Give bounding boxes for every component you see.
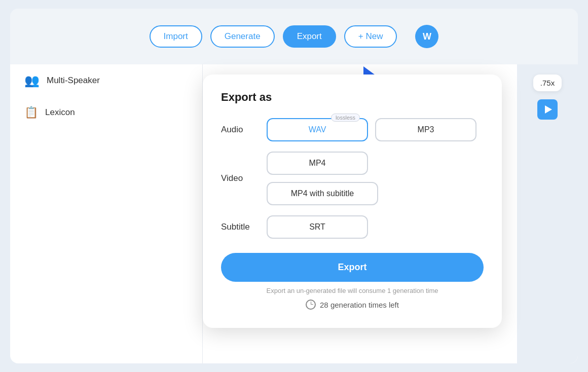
mp4-button[interactable]: MP4 [267, 152, 368, 175]
generation-left: 28 generation times left [221, 300, 484, 310]
play-button[interactable] [537, 99, 558, 120]
sidebar-item-label-lexicon: Lexicon [45, 107, 75, 118]
sidebar-item-label-multi-speaker: Multi-Speaker [47, 76, 100, 86]
sidebar: 👥 Multi-Speaker 📋 Lexicon [10, 64, 203, 363]
export-main-button[interactable]: Export [221, 253, 484, 282]
speed-badge: .75x [533, 75, 562, 91]
audio-label: Audio [221, 125, 267, 135]
lossless-badge: lossless [331, 114, 360, 122]
export-title: Export as [221, 91, 484, 104]
app-container: Import Generate Export + New W 👥 Multi-S… [10, 9, 578, 363]
new-button[interactable]: + New [344, 25, 397, 48]
right-panel: .75x [517, 64, 578, 363]
export-note: Export an un-generated file will consume… [221, 287, 484, 294]
wav-label: WAV [309, 125, 326, 134]
mp3-button[interactable]: MP3 [375, 118, 476, 141]
srt-button[interactable]: SRT [267, 215, 368, 239]
import-button[interactable]: Import [150, 25, 202, 48]
lexicon-icon: 📋 [24, 106, 38, 119]
video-format-options: MP4 MP4 with subititle [267, 152, 484, 205]
video-format-row: Video MP4 MP4 with subititle [221, 152, 484, 205]
generate-button[interactable]: Generate [210, 25, 275, 48]
toolbar: Import Generate Export + New W [10, 9, 578, 64]
subtitle-format-row: Subtitle SRT [221, 215, 484, 239]
mp4-subtitle-button[interactable]: MP4 with subititle [267, 182, 378, 205]
wav-button[interactable]: lossless WAV [267, 118, 368, 141]
video-label: Video [221, 173, 267, 183]
avatar[interactable]: W [415, 25, 438, 48]
clock-icon [306, 300, 316, 310]
audio-format-options: lossless WAV MP3 [267, 118, 476, 141]
sidebar-item-multi-speaker[interactable]: 👥 Multi-Speaker [10, 64, 202, 97]
subtitle-format-options: SRT [267, 215, 368, 239]
audio-format-row: Audio lossless WAV MP3 [221, 118, 484, 141]
sidebar-item-lexicon[interactable]: 📋 Lexicon [10, 97, 202, 128]
subtitle-label: Subtitle [221, 222, 267, 232]
generation-left-text: 28 generation times left [320, 301, 399, 309]
multi-speaker-icon: 👥 [24, 73, 40, 88]
export-button[interactable]: Export [283, 25, 336, 48]
export-dropdown: Export as Audio lossless WAV MP3 Video M… [203, 75, 502, 328]
